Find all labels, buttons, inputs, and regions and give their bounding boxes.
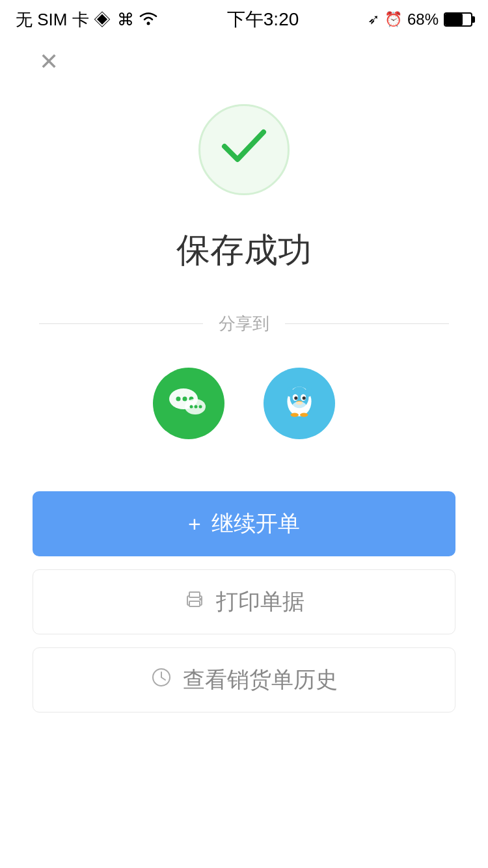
status-time: 下午3:20 xyxy=(227,7,299,32)
success-section: 保存成功 分享到 xyxy=(0,39,488,712)
success-title: 保存成功 xyxy=(176,228,312,273)
status-left: 无 SIM 卡 ◈ ⌘ xyxy=(16,8,158,31)
history-label: 查看销货单历史 xyxy=(183,665,338,695)
divider-left xyxy=(39,323,203,324)
svg-point-2 xyxy=(176,397,181,401)
status-bar: 无 SIM 卡 ◈ ⌘ 下午3:20 ➶ ⏰ 68% xyxy=(0,0,488,39)
no-sim-text: 无 SIM 卡 ◈ xyxy=(16,8,111,31)
svg-point-24 xyxy=(199,598,202,601)
history-button[interactable]: 查看销货单历史 xyxy=(33,647,455,712)
continue-order-label: 继续开单 xyxy=(211,509,300,539)
print-button[interactable]: 打印单据 xyxy=(33,569,455,634)
svg-point-6 xyxy=(190,405,193,409)
plus-icon: + xyxy=(188,511,201,537)
svg-rect-22 xyxy=(189,592,200,597)
wechat-icon xyxy=(167,383,211,424)
print-icon xyxy=(183,588,206,616)
print-label: 打印单据 xyxy=(216,587,305,617)
battery-percent: 68% xyxy=(407,10,439,29)
continue-order-button[interactable]: + 继续开单 xyxy=(33,491,455,556)
checkmark-icon xyxy=(221,127,267,173)
svg-point-19 xyxy=(286,387,293,396)
alarm-icon: ⏰ xyxy=(385,11,402,28)
status-right: ➶ ⏰ 68% xyxy=(368,10,472,29)
divider-right xyxy=(285,323,449,324)
svg-point-7 xyxy=(195,405,198,409)
share-label: 分享到 xyxy=(203,312,285,335)
wechat-share-button[interactable] xyxy=(153,368,224,439)
close-icon: ✕ xyxy=(39,50,59,74)
share-icons-container xyxy=(153,368,335,439)
success-checkmark-circle xyxy=(198,104,290,195)
svg-rect-23 xyxy=(189,601,200,606)
location-icon: ➶ xyxy=(368,11,379,28)
svg-point-20 xyxy=(305,387,312,396)
svg-point-17 xyxy=(291,413,299,416)
svg-point-0 xyxy=(147,21,150,25)
clock-icon xyxy=(150,666,172,694)
wifi-icon: ⌘ xyxy=(117,10,158,30)
qq-share-button[interactable] xyxy=(264,368,335,439)
svg-point-8 xyxy=(199,405,202,409)
svg-point-3 xyxy=(183,397,187,401)
action-buttons-container: + 继续开单 打印单据 查看销货单历史 xyxy=(0,491,488,712)
svg-point-18 xyxy=(300,413,308,416)
svg-point-16 xyxy=(292,401,307,412)
qq-icon xyxy=(280,380,319,427)
svg-point-13 xyxy=(294,396,297,400)
svg-point-14 xyxy=(303,396,306,400)
share-section: 分享到 xyxy=(0,312,488,335)
battery-icon xyxy=(444,12,472,27)
close-button[interactable]: ✕ xyxy=(33,46,65,78)
